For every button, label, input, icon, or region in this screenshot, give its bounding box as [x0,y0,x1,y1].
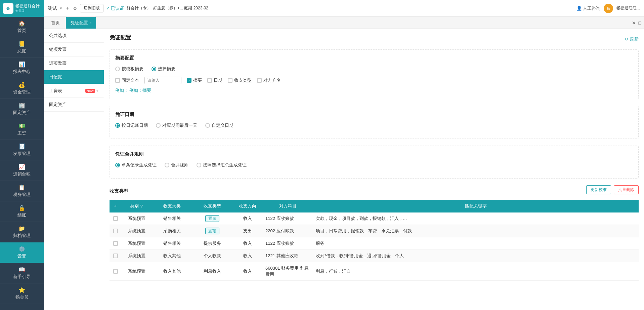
add-book-icon[interactable]: ＋ [65,5,70,12]
th-category[interactable]: 类别 ∨ [122,200,152,212]
row-subtype-3: 个人收款 [192,250,232,262]
checkbox-expense-type[interactable]: 收支类型 [228,77,252,83]
topbar-arrow-icon[interactable]: ▾ [60,6,62,11]
checkbox-summary[interactable]: ✓ 摘要 [187,77,202,83]
nav-item-payroll[interactable]: 工资表 NEW ▾ [44,84,104,98]
example-prefix: 例如： [115,88,128,93]
service-button[interactable]: 👤 人工咨询 [576,5,600,11]
summary-select-radio-indicator [152,67,156,71]
tabbar-maximize-icon[interactable]: □ [639,20,641,26]
row-keywords-2: 服务 [313,237,639,250]
row-checkbox-cell[interactable] [110,262,122,281]
merge-radio-rule[interactable]: 合并规则 [165,162,188,168]
row-subtype-0: 置顶 [192,212,232,225]
sidebar-item-member-label: 畅会员 [15,294,29,300]
date-radio-period-last[interactable]: 对应期间最后一天 [156,122,197,128]
refresh-button[interactable]: ↺ 刷新 [625,36,639,42]
summary-radio-template[interactable]: 按模板摘要 [115,66,143,72]
nav-item-sales-invoice[interactable]: 销项发票 [44,43,104,56]
row-bigtype-3: 收入其他 [152,250,192,262]
certified-label: 已认证 [111,5,124,11]
row-checkbox-2[interactable] [113,241,118,246]
sidebar-item-sales[interactable]: 📈 进销台账 [0,160,44,181]
sidebar-item-ledger[interactable]: 📒 总账 [0,37,44,58]
tab-voucher-config[interactable]: 凭证配置 × [66,17,96,29]
income-expense-section: 收支类型 更新校准 批量删除 ✓ 类别 ∨ 收支大类 [110,185,639,281]
topbar-gear-icon[interactable]: ⚙ [73,6,77,11]
row-checkbox-0[interactable] [113,216,118,221]
tab-home[interactable]: 首页 [46,17,65,29]
row-keywords-1: 项目，日常费用，报销款，车费，承兑汇票，付款 [313,225,639,237]
checkbox-fixed-text[interactable]: 固定文本 [115,77,139,83]
date-custom-label: 自定义日期 [212,122,233,128]
sidebar-item-archive[interactable]: 📁 归档管理 [0,222,44,242]
app-name: 畅捷通好会计 [15,4,40,9]
nav-item-journal[interactable]: 日记账 [44,70,104,84]
checkbox-date[interactable]: 日期 [207,77,222,83]
sidebar-item-invoice[interactable]: 🧾 发票管理 [0,140,44,160]
summary-radio-select[interactable]: 选择摘要 [152,66,175,72]
row-keywords-3: 收到*借款，收到*备用金，退回*备用金，个人 [313,250,639,262]
row-checkbox-4[interactable] [113,269,118,274]
sidebar-item-member[interactable]: ⭐ 畅会员 [0,283,44,304]
merge-radio-summary[interactable]: 按照选择汇总生成凭证 [197,162,247,168]
nav-item-public[interactable]: 公共选项 [44,29,104,43]
sales-icon: 📈 [18,164,25,170]
row-checkbox-cell[interactable] [110,225,122,237]
th-big-type: 收支大类 [152,200,192,212]
fixed-text-input[interactable] [144,77,181,84]
update-calibrate-button[interactable]: 更新校准 [586,185,611,194]
row-category-0: 系统预置 [122,212,152,225]
merge-rule-label: 合并规则 [171,162,188,168]
sidebar-item-guide[interactable]: 📖 新手引导 [0,263,44,283]
th-direction: 收支方向 [232,200,263,212]
merge-radio-single[interactable]: 单条记录生成凭证 [115,162,157,168]
row-checkbox-3[interactable] [113,254,118,258]
row-account-2: 1122 应收账款 [263,237,313,250]
select-all-checkbox[interactable]: ✓ [114,204,118,208]
reset-tag-0[interactable]: 置顶 [205,215,219,222]
table-header-row: ✓ 类别 ∨ 收支大类 收支类型 收支方向 对方科目 匹配关键字 [110,200,639,212]
row-category-4: 系统预置 [122,262,152,281]
th-checkbox[interactable]: ✓ [110,200,122,212]
tax-icon: 📋 [18,184,25,191]
row-account-1: 2202 应付账款 [263,225,313,237]
nav-item-purchase-invoice[interactable]: 进项发票 [44,56,104,70]
nav-item-public-label: 公共选项 [49,33,67,39]
row-subtype-2: 提供服务 [192,237,232,250]
logo-text-block: 畅捷通好会计 专业版 [15,4,40,13]
row-account-3: 1221 其他应收款 [263,250,313,262]
username[interactable]: 畅捷通旺旺... [616,5,640,11]
home-icon: 🏠 [18,20,25,27]
close-account-icon: 🔒 [18,205,25,211]
date-radio-custom[interactable]: 自定义日期 [205,122,233,128]
summary-template-label: 按模板摘要 [122,66,143,72]
sidebar-item-home[interactable]: 🏠 首页 [0,17,44,37]
sidebar-item-fund[interactable]: 💰 资金管理 [0,78,44,99]
row-bigtype-4: 收入其他 [152,262,192,281]
sidebar-item-report-label: 报表中心 [13,69,31,75]
row-checkbox-cell[interactable] [110,212,122,225]
batch-delete-button[interactable]: 批量删除 [614,185,639,194]
topbar-tags: 好会计（专）+好生意（标）+... 账期 2023-02 [127,5,208,11]
switch-version-button[interactable]: 切到旧版 [80,4,103,12]
checkbox-counterpart-name[interactable]: 对方户名 [257,77,281,83]
tabbar-close-icon[interactable]: ✕ [632,20,636,26]
row-checkbox-cell[interactable] [110,250,122,262]
merge-single-radio [115,163,120,167]
sidebar-item-report[interactable]: 📊 报表中心 [0,58,44,78]
reset-tag-1[interactable]: 置顶 [205,228,219,234]
row-checkbox-1[interactable] [113,229,118,233]
row-checkbox-cell[interactable] [110,237,122,250]
sidebar-item-tax[interactable]: 📋 税务管理 [0,181,44,201]
report-icon: 📊 [18,61,25,68]
date-checkbox [207,78,212,83]
tab-close-icon[interactable]: × [89,21,91,25]
sidebar-item-settings[interactable]: ⚙️ 设置 [0,242,44,263]
sidebar-item-asset[interactable]: 🏢 固定资产 [0,99,44,119]
sidebar-item-salary[interactable]: 💵 工资 [0,119,44,140]
date-radio-journal[interactable]: 按日记账日期 [115,122,148,128]
nav-item-fixed-assets[interactable]: 固定资产 [44,98,104,112]
sidebar-item-close[interactable]: 🔒 结账 [0,201,44,222]
topbar-title: 测试 [48,5,57,11]
